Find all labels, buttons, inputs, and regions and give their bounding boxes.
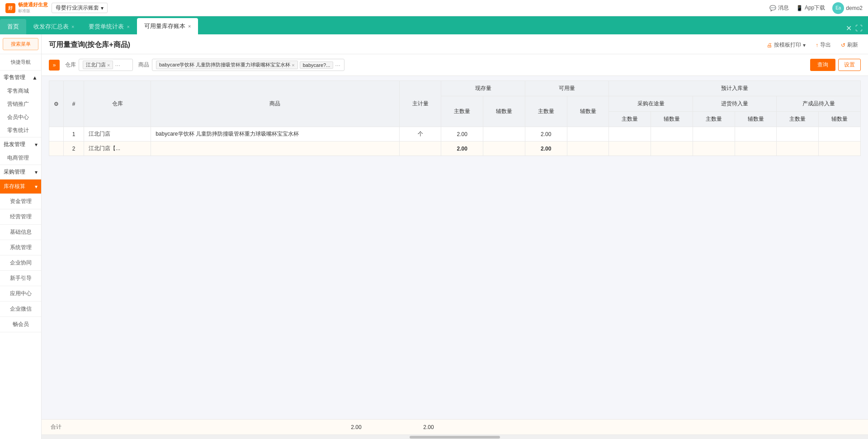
top-bar-right: 💬 消息 📱 App下载 Ea demo2	[769, 2, 863, 14]
cell-seq-2: 2	[64, 142, 84, 156]
filter-warehouse-tag-text: 江北门店	[86, 61, 106, 68]
main-layout: 搜索菜单 快捷导航 零售管理 ▲ 零售商城 营销推广 会员中心 零售统计 批发管…	[0, 34, 868, 439]
filter-warehouse-input[interactable]: 江北门店 × ···	[79, 59, 133, 71]
nav-right-icons: ✕ ⛶	[846, 24, 868, 34]
top-bar: 好 畅捷通好生意 标准版 母婴行业演示账套 ▾ 💬 消息 📱 App下载 Ea …	[0, 0, 868, 16]
th-purchase-in-main: 主数量	[609, 112, 651, 127]
sidebar-item-retail-stat[interactable]: 零售统计	[0, 124, 41, 137]
scroll-thumb[interactable]	[410, 436, 500, 439]
th-production-group: 产成品待入量	[777, 96, 861, 112]
sidebar-item-appstore[interactable]: 应用中心	[0, 286, 41, 302]
message-btn[interactable]: 💬 消息	[769, 4, 789, 12]
cell-avail-main-1: 2.00	[525, 127, 567, 142]
filter-product-tag2-text: babycare?...	[303, 62, 330, 68]
sidebar-item-finance[interactable]: 资金管理	[0, 194, 41, 209]
filter-product-dots[interactable]: ···	[335, 61, 340, 69]
sidebar-item-marketing[interactable]: 营销推广	[0, 98, 41, 111]
th-forecast-group: 预计入库量	[609, 81, 861, 96]
tab-home[interactable]: 首页	[0, 19, 26, 34]
sidebar-item-base[interactable]: 基础信息	[0, 225, 41, 240]
cell-stock-sub-1	[483, 127, 525, 142]
th-settings[interactable]: ⚙	[49, 81, 64, 127]
page-title: 可用量查询(按仓库+商品)	[49, 40, 130, 50]
filter-product-tag1-close[interactable]: ×	[292, 62, 294, 68]
sidebar-item-quick-nav[interactable]: 快捷导航	[0, 56, 41, 68]
print-btn[interactable]: 🖨 按模板打印 ▾	[764, 40, 808, 50]
tab-collect[interactable]: 收发存汇总表 ×	[26, 19, 81, 34]
th-avail-main: 主数量	[525, 96, 567, 127]
print-icon: 🖨	[767, 42, 772, 48]
sidebar: 搜索菜单 快捷导航 零售管理 ▲ 零售商城 营销推广 会员中心 零售统计 批发管…	[0, 34, 42, 439]
sidebar-item-ecommerce[interactable]: 电商管理	[0, 151, 41, 165]
tab-collect-label: 收发存汇总表	[33, 23, 69, 31]
sidebar-item-newbie[interactable]: 新手引导	[0, 271, 41, 286]
sidebar-item-system[interactable]: 系统管理	[0, 240, 41, 255]
cell-warehouse-2: 江北门店【...	[84, 142, 151, 156]
cell-settings-1	[49, 127, 64, 142]
message-label: 消息	[778, 4, 789, 12]
refresh-btn[interactable]: ↺ 刷新	[838, 40, 861, 50]
app-download-btn[interactable]: 📱 App下载	[796, 4, 825, 12]
quick-nav-label: 快捷导航	[11, 59, 31, 66]
th-unit: 主计量	[399, 81, 441, 127]
filter-warehouse-tag-close[interactable]: ×	[107, 62, 110, 68]
sidebar-item-member[interactable]: 会员中心	[0, 111, 41, 124]
tab-available[interactable]: 可用量库存账本 ×	[137, 18, 198, 34]
table-area: ⚙ # 仓库 商品 主计量 现存量 可用量 预计入库量 主数量 辅数量 主数量	[42, 76, 868, 419]
tab-available-close[interactable]: ×	[188, 24, 191, 29]
sidebar-section-purchase: 采购管理 ▾	[0, 165, 41, 179]
cell-purchase-in-sub-1	[651, 127, 693, 142]
cell-incoming-sub-1	[735, 127, 777, 142]
tab-order-stat[interactable]: 要货单统计表 ×	[81, 19, 137, 34]
chevron-down-icon: ▾	[35, 142, 38, 148]
sidebar-section-inventory-header[interactable]: 库存核算 ▾	[0, 179, 41, 194]
th-stock-main: 主数量	[441, 96, 483, 127]
cell-purchase-in-main-1	[609, 127, 651, 142]
filter-expand-btn[interactable]: »	[49, 60, 60, 71]
maximize-icon[interactable]: ⛶	[855, 24, 863, 33]
cell-stock-main-1: 2.00	[441, 127, 483, 142]
footer-values: 2.00 2.00	[85, 424, 861, 430]
user-name: demo2	[846, 5, 863, 11]
sidebar-section-wholesale-header[interactable]: 批发管理 ▾	[0, 137, 41, 151]
tab-home-label: 首页	[7, 23, 19, 31]
search-menu-btn[interactable]: 搜索菜单	[3, 38, 38, 50]
wholesale-label: 批发管理	[4, 141, 25, 148]
table-body: 1 江北门店 babycare学饮杯 儿童防摔防撞吸管杯重力球吸嘴杯宝宝水杯 个…	[49, 127, 861, 156]
sidebar-quick-nav: 快捷导航	[0, 54, 41, 71]
chevron-up-icon: ▲	[32, 75, 38, 81]
cell-unit-2	[399, 142, 441, 156]
export-btn[interactable]: ↑ 导出	[813, 40, 834, 50]
sidebar-item-vip[interactable]: 畅会员	[0, 317, 41, 332]
cell-avail-sub-2	[567, 142, 609, 156]
retail-label: 零售管理	[4, 74, 25, 81]
content-area: 可用量查询(按仓库+商品) 🖨 按模板打印 ▾ ↑ 导出 ↺ 刷新 »	[42, 34, 868, 439]
sidebar-item-retail-mall[interactable]: 零售商城	[0, 85, 41, 98]
filter-warehouse-group: 仓库 江北门店 × ···	[65, 59, 133, 71]
breadcrumb-text: 母婴行业演示账套	[56, 4, 99, 12]
close-window-icon[interactable]: ✕	[846, 24, 852, 33]
sidebar-item-wechat[interactable]: 企业微信	[0, 302, 41, 317]
sidebar-section-purchase-header[interactable]: 采购管理 ▾	[0, 165, 41, 179]
query-btn[interactable]: 查询	[810, 59, 835, 71]
breadcrumb-select[interactable]: 母婴行业演示账套 ▾	[52, 3, 108, 13]
cell-incoming-sub-2	[735, 142, 777, 156]
filter-warehouse-dots[interactable]: ···	[115, 61, 120, 69]
cell-settings-2	[49, 142, 64, 156]
cell-stock-sub-2	[483, 142, 525, 156]
logo-text: 畅捷通好生意	[18, 2, 48, 8]
sidebar-section-retail-header[interactable]: 零售管理 ▲	[0, 71, 41, 85]
filter-product-input[interactable]: babycare学饮杯 儿童防摔防撞吸管杯重力球吸嘴杯宝宝水杯 × babyca…	[152, 59, 344, 71]
chevron-down-icon2: ▾	[35, 169, 38, 175]
user-area[interactable]: Ea demo2	[832, 2, 863, 14]
th-purchase-in-group: 采购在途量	[609, 96, 693, 112]
cell-production-sub-2	[819, 142, 861, 156]
tab-collect-close[interactable]: ×	[71, 24, 74, 29]
th-production-sub: 辅数量	[819, 112, 861, 127]
sidebar-item-enterprise[interactable]: 企业协同	[0, 255, 41, 271]
footer-avail-main: 2.00	[410, 424, 447, 430]
cell-avail-sub-1	[567, 127, 609, 142]
sidebar-item-ops[interactable]: 经营管理	[0, 209, 41, 225]
settings-btn[interactable]: 设置	[838, 59, 861, 71]
tab-order-stat-close[interactable]: ×	[127, 24, 129, 29]
